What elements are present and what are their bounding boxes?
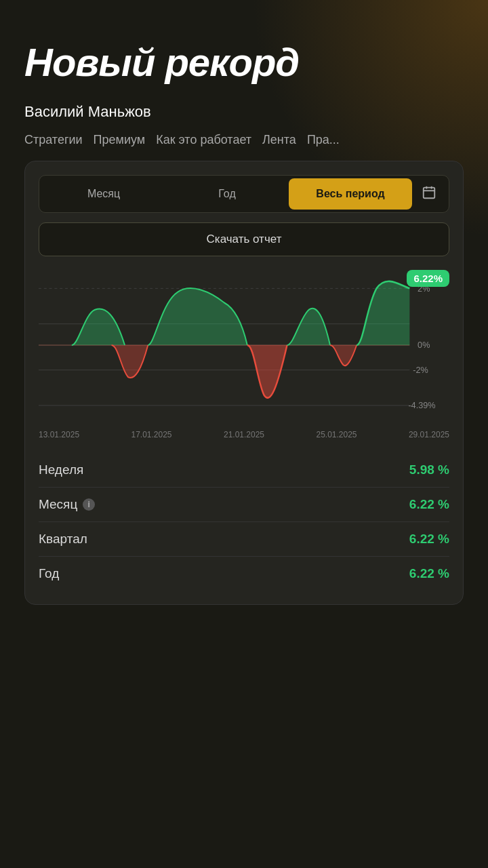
x-label-2: 17.01.2025 bbox=[131, 430, 171, 439]
stat-row-quarter: Квартал 6.22 % bbox=[39, 522, 449, 557]
nav-tab-how[interactable]: Как это работает bbox=[156, 133, 251, 147]
stat-row-year: Год 6.22 % bbox=[39, 557, 449, 591]
svg-text:-2%: -2% bbox=[413, 364, 428, 374]
svg-text:0%: 0% bbox=[418, 340, 430, 350]
nav-tab-premium[interactable]: Премиум bbox=[94, 133, 146, 147]
x-label-4: 25.01.2025 bbox=[316, 430, 357, 439]
chart-svg: 2% 0% -2% -4.39% bbox=[39, 267, 449, 423]
stat-label-week: Неделя bbox=[39, 462, 83, 477]
stat-label-year: Год bbox=[39, 566, 59, 581]
stat-value-month: 6.22 % bbox=[409, 497, 449, 512]
x-label-1: 13.01.2025 bbox=[39, 430, 79, 439]
stat-row-month: Месяц i 6.22 % bbox=[39, 488, 449, 522]
period-btn-month[interactable]: Месяц bbox=[42, 178, 165, 210]
stat-label-month: Месяц i bbox=[39, 497, 95, 512]
nav-tabs: Стратегии Премиум Как это работает Лента… bbox=[24, 133, 464, 147]
username-label: Василий Маньжов bbox=[24, 103, 464, 121]
download-button[interactable]: Скачать отчет bbox=[39, 222, 449, 256]
stat-value-year: 6.22 % bbox=[409, 566, 449, 581]
period-btn-all[interactable]: Весь период bbox=[289, 178, 412, 210]
svg-rect-0 bbox=[424, 187, 435, 198]
svg-text:-4.39%: -4.39% bbox=[408, 399, 436, 410]
x-label-3: 21.01.2025 bbox=[224, 430, 264, 439]
nav-tab-more[interactable]: Пра... bbox=[307, 133, 340, 147]
x-axis-labels: 13.01.2025 17.01.2025 21.01.2025 25.01.2… bbox=[39, 430, 449, 439]
info-icon-month[interactable]: i bbox=[83, 498, 95, 511]
current-value-badge: 6.22% bbox=[407, 270, 449, 287]
stat-row-week: Неделя 5.98 % bbox=[39, 453, 449, 488]
main-card: Месяц Год Весь период Скачать отчет 6.22… bbox=[24, 161, 464, 605]
period-btn-calendar[interactable] bbox=[412, 178, 446, 210]
period-selector: Месяц Год Весь период bbox=[39, 175, 449, 213]
stat-value-week: 5.98 % bbox=[409, 462, 449, 477]
stat-label-quarter: Квартал bbox=[39, 532, 87, 547]
nav-tab-strategies[interactable]: Стратегии bbox=[24, 133, 83, 147]
stats-section: Неделя 5.98 % Месяц i 6.22 % Квартал 6.2… bbox=[39, 453, 449, 591]
period-btn-year[interactable]: Год bbox=[165, 178, 289, 210]
nav-tab-feed[interactable]: Лента bbox=[262, 133, 296, 147]
x-label-5: 29.01.2025 bbox=[409, 430, 449, 439]
stat-value-quarter: 6.22 % bbox=[409, 532, 449, 547]
chart-container: 6.22% bbox=[39, 267, 449, 423]
page-title: Новый рекорд bbox=[24, 41, 464, 84]
